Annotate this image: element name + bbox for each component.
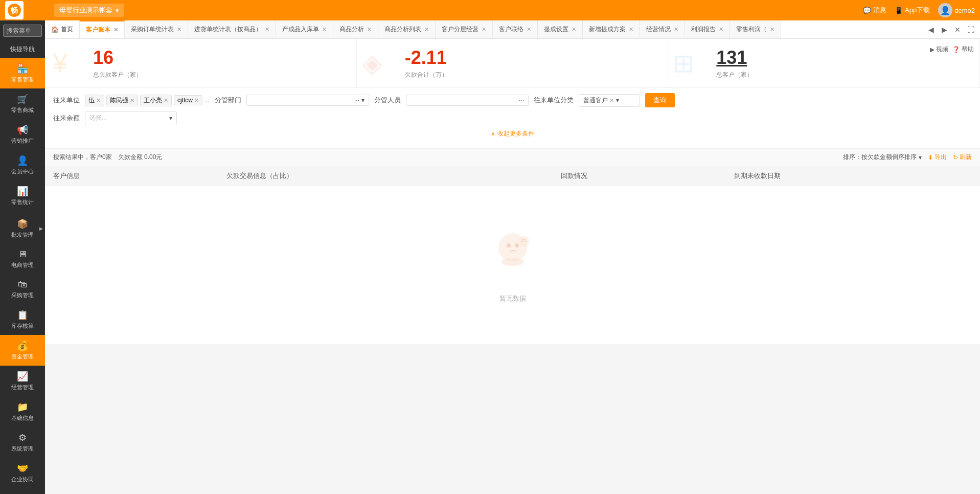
- sidebar-label: 零售商城: [11, 106, 34, 114]
- sidebar-item-operations[interactable]: 📈 经营管理: [0, 366, 45, 396]
- tab-inbound-stats[interactable]: 进货单统计表（按商品） ✕: [188, 20, 276, 39]
- sidebar-item-marketing[interactable]: 📢 营销推广: [0, 119, 45, 150]
- sidebar-label: 采购管理: [11, 291, 34, 299]
- collapse-button[interactable]: ∧ 收起更多条件: [487, 128, 538, 139]
- chevron-down-class-icon: ▾: [616, 97, 619, 104]
- tab-close-icon[interactable]: ✕: [482, 26, 486, 33]
- tab-close-icon[interactable]: ✕: [770, 26, 774, 33]
- tab-home[interactable]: 🏠 首页: [45, 20, 80, 39]
- svg-point-6: [519, 236, 529, 246]
- tab-retail-profit[interactable]: 零售利润（ ✕: [730, 20, 781, 39]
- person-select[interactable]: ···: [406, 95, 529, 106]
- sidebar-item-finance[interactable]: 💰 资金管理: [0, 335, 45, 366]
- sidebar-item-new-guide[interactable]: 🚀 新手引导: [0, 488, 45, 494]
- sidebar-label: 经营管理: [11, 384, 34, 391]
- tab-close-icon[interactable]: ✕: [177, 26, 181, 33]
- tab-close-icon[interactable]: ✕: [674, 26, 678, 33]
- sidebar-label: 零售管理: [11, 76, 34, 83]
- tab-close-icon[interactable]: ✕: [527, 26, 531, 33]
- sidebar-item-ecommerce[interactable]: 🖥 电商管理: [0, 244, 45, 274]
- sidebar-label: 批发管理: [11, 231, 34, 239]
- svg-point-4: [507, 243, 511, 248]
- dept-select[interactable]: ··· ▾: [246, 95, 369, 106]
- message-button[interactable]: 💬 消息: [863, 6, 886, 15]
- tab-close-icon[interactable]: ✕: [629, 26, 633, 33]
- table-header-row: 客户信息 欠款交易信息（占比） 回款情况 到期未收款日期: [45, 166, 980, 186]
- tab-close-icon[interactable]: ✕: [572, 26, 576, 33]
- query-button[interactable]: 查询: [645, 93, 675, 107]
- sidebar-item-enterprise-coop[interactable]: 🤝 企业协同: [0, 458, 45, 488]
- sidebar-item-member-center[interactable]: 👤 会员中心: [0, 150, 45, 181]
- sidebar-item-purchase[interactable]: 🛍 采购管理: [0, 274, 45, 304]
- download-icon: 📱: [895, 7, 903, 14]
- quick-nav-button[interactable]: 快捷导航: [0, 41, 45, 58]
- chevron-down-sort-icon: ▾: [919, 154, 922, 161]
- summary-card-customers: ¥ 16 总欠款客户（家）: [45, 39, 357, 87]
- tab-customer-segment[interactable]: 客户分层经营 ✕: [436, 20, 493, 39]
- tab-maximize-button[interactable]: ⛶: [965, 24, 977, 36]
- video-icon: ▶: [930, 46, 935, 53]
- search-input[interactable]: [3, 25, 42, 37]
- tab-goods-analysis-list[interactable]: 商品分析列表 ✕: [378, 20, 436, 39]
- unit-tag-wu: 伍 ✕: [85, 95, 104, 106]
- tab-new-promotion[interactable]: 新增提成方案 ✕: [583, 20, 640, 39]
- data-table: 客户信息 欠款交易信息（占比） 回款情况 到期未收款日期: [45, 166, 980, 186]
- logo-icon: 畅: [5, 1, 24, 19]
- tab-close-all-button[interactable]: ✕: [951, 24, 964, 36]
- help-button[interactable]: ❓ 帮助: [952, 45, 974, 54]
- tab-close-icon[interactable]: ✕: [265, 26, 269, 33]
- tab-profit-report[interactable]: 利润报告 ✕: [685, 20, 730, 39]
- tab-purchase-order[interactable]: 采购订单统计表 ✕: [125, 20, 188, 39]
- total-customers-value: 16: [93, 47, 142, 69]
- tab-customer-account[interactable]: 客户账本 ✕: [80, 20, 125, 39]
- account-selector[interactable]: 母婴行业演示帐套 ▾: [54, 4, 124, 17]
- sidebar-item-retail-shop[interactable]: 🛒 零售商城: [0, 88, 45, 119]
- sidebar-item-basic-info[interactable]: 📁 基础信息: [0, 396, 45, 427]
- tab-close-icon[interactable]: ✕: [113, 27, 118, 33]
- sort-selector[interactable]: 排序：按欠款金额倒序排序 ▾: [843, 153, 922, 162]
- sidebar-item-system[interactable]: ⚙ 系统管理: [0, 427, 45, 458]
- col-customer-info: 客户信息: [45, 166, 218, 186]
- tab-promotion-settings[interactable]: 提成设置 ✕: [538, 20, 583, 39]
- tab-close-icon[interactable]: ✕: [424, 26, 429, 33]
- sidebar-label: 系统管理: [11, 445, 34, 453]
- sidebar-item-inventory[interactable]: 📋 库存核算: [0, 304, 45, 335]
- sidebar-item-batch-mgmt[interactable]: 📦 批发管理: [0, 213, 45, 244]
- operations-icon: 📈: [17, 371, 28, 382]
- refresh-button[interactable]: ↻ 刷新: [953, 153, 972, 162]
- col-overdue-date: 到期未收款日期: [726, 166, 980, 186]
- tab-operation-status[interactable]: 经营情况 ✕: [640, 20, 685, 39]
- top-bar: 畅 母婴行业演示帐套 ▾ 💬 消息 📱 App下载 👤 demo2: [0, 0, 980, 20]
- empty-text: 暂无数据: [499, 294, 526, 303]
- tag-close-chen[interactable]: ✕: [130, 97, 134, 104]
- sidebar-item-retail-stats[interactable]: 📊 零售统计: [0, 181, 45, 211]
- tag-close-cjttcw[interactable]: ✕: [194, 97, 199, 104]
- message-icon: 💬: [863, 7, 871, 14]
- unit-class-select[interactable]: 普通客户 ✕ ▾: [579, 94, 640, 107]
- tag-close-class[interactable]: ✕: [609, 97, 614, 104]
- tag-close-wu[interactable]: ✕: [96, 97, 101, 104]
- shop-icon: 🛒: [17, 94, 28, 105]
- tag-close-wang[interactable]: ✕: [164, 97, 168, 104]
- user-menu[interactable]: 👤 demo2: [938, 3, 975, 17]
- tab-close-icon[interactable]: ✕: [367, 26, 372, 33]
- sidebar-item-retail-mgmt[interactable]: 🏪 零售管理: [0, 58, 45, 88]
- unit-filter-label: 往来单位: [53, 96, 80, 105]
- filter-more-btn[interactable]: ...: [204, 97, 210, 104]
- ellipsis-dept: ···: [354, 97, 359, 104]
- tab-customer-contact[interactable]: 客户联络 ✕: [493, 20, 538, 39]
- balance-select[interactable]: 选择... ▾: [85, 111, 177, 124]
- video-button[interactable]: ▶ 视频: [930, 45, 948, 54]
- tab-goods-analysis[interactable]: 商品分析 ✕: [333, 20, 378, 39]
- tab-production-inbound[interactable]: 产成品入库单 ✕: [276, 20, 333, 39]
- export-button[interactable]: ⬇ 导出: [928, 153, 947, 162]
- tab-prev-button[interactable]: ◀: [925, 24, 937, 36]
- app-download-button[interactable]: 📱 App下载: [895, 6, 930, 15]
- tab-controls: ◀ ▶ ✕ ⛶: [925, 24, 980, 36]
- sidebar-search-area: [0, 20, 45, 41]
- tab-next-button[interactable]: ▶: [938, 24, 950, 36]
- tab-close-icon[interactable]: ✕: [719, 26, 723, 33]
- tab-close-icon[interactable]: ✕: [322, 26, 327, 33]
- filter-row-1: 往来单位 伍 ✕ 陈民强 ✕ 王小亮: [53, 93, 972, 107]
- result-bar: 搜索结果中，客户0家 欠款金额 0.00元 排序：按欠款金额倒序排序 ▾ ⬇ 导…: [45, 149, 980, 166]
